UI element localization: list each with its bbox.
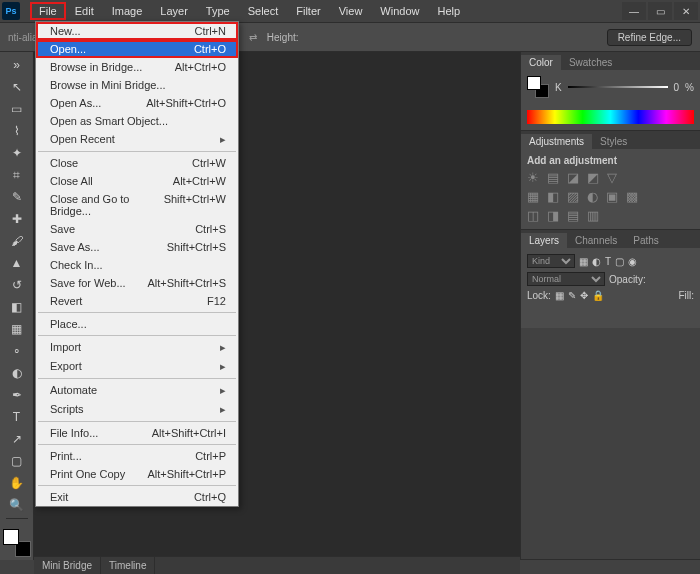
adj-icon[interactable]: ▨: [567, 189, 579, 204]
adj-icon[interactable]: ▤: [547, 170, 559, 185]
menu-file[interactable]: File: [30, 2, 66, 20]
adj-icon[interactable]: ◨: [547, 208, 559, 223]
crop-tool[interactable]: ⌗: [6, 166, 28, 184]
tab-color[interactable]: Color: [521, 55, 561, 70]
tab-adjustments[interactable]: Adjustments: [521, 134, 592, 149]
brush-tool[interactable]: 🖌: [6, 232, 28, 250]
menu-select[interactable]: Select: [239, 2, 288, 20]
menu-layer[interactable]: Layer: [151, 2, 197, 20]
menu-item-open-as-smart-object-[interactable]: Open as Smart Object...: [36, 112, 238, 130]
blend-mode[interactable]: Normal: [527, 272, 605, 286]
tab-channels[interactable]: Channels: [567, 233, 625, 248]
spectrum-bar[interactable]: [527, 110, 694, 124]
adj-icon[interactable]: ▥: [587, 208, 599, 223]
menu-item-automate[interactable]: Automate▸: [36, 381, 238, 400]
filter-icon[interactable]: ◉: [628, 256, 637, 267]
adj-icon[interactable]: ▦: [527, 189, 539, 204]
zoom-tool[interactable]: 🔍: [6, 496, 28, 514]
filter-icon[interactable]: T: [605, 256, 611, 267]
pen-tool[interactable]: ✒: [6, 386, 28, 404]
wand-tool[interactable]: ✦: [6, 144, 28, 162]
adj-icon[interactable]: ◧: [547, 189, 559, 204]
menu-item-browse-in-bridge-[interactable]: Browse in Bridge...Alt+Ctrl+O: [36, 58, 238, 76]
swatch-pair[interactable]: [527, 76, 549, 98]
dodge-tool[interactable]: ◐: [6, 364, 28, 382]
path-tool[interactable]: ↗: [6, 430, 28, 448]
menu-item-close-all[interactable]: Close AllAlt+Ctrl+W: [36, 172, 238, 190]
type-tool[interactable]: T: [6, 408, 28, 426]
menu-item-print-[interactable]: Print...Ctrl+P: [36, 447, 238, 465]
menu-item-place-[interactable]: Place...: [36, 315, 238, 333]
blur-tool[interactable]: ∘: [6, 342, 28, 360]
move-tool[interactable]: ↖: [6, 78, 28, 96]
menu-item-import[interactable]: Import▸: [36, 338, 238, 357]
kind-filter[interactable]: Kind: [527, 254, 575, 268]
menu-item-new-[interactable]: New...Ctrl+N: [36, 22, 238, 40]
menu-type[interactable]: Type: [197, 2, 239, 20]
adj-icon[interactable]: ☀: [527, 170, 539, 185]
menu-item-print-one-copy[interactable]: Print One CopyAlt+Shift+Ctrl+P: [36, 465, 238, 483]
filter-icon[interactable]: ▢: [615, 256, 624, 267]
foreground-color[interactable]: [3, 529, 19, 545]
menu-filter[interactable]: Filter: [287, 2, 329, 20]
menu-item-open-[interactable]: Open...Ctrl+O: [36, 40, 238, 58]
swap-icon[interactable]: ⇄: [249, 32, 257, 43]
adj-icon[interactable]: ◩: [587, 170, 599, 185]
lock-icon[interactable]: 🔒: [592, 290, 604, 301]
filter-icon[interactable]: ◐: [592, 256, 601, 267]
menu-item-close-and-go-to-bridge-[interactable]: Close and Go to Bridge...Shift+Ctrl+W: [36, 190, 238, 220]
menu-image[interactable]: Image: [103, 2, 152, 20]
filter-icon[interactable]: ▦: [579, 256, 588, 267]
maximize-button[interactable]: ▭: [648, 2, 672, 20]
menu-item-exit[interactable]: ExitCtrl+Q: [36, 488, 238, 506]
refine-edge-button[interactable]: Refine Edge...: [607, 29, 692, 46]
tab-minibridge[interactable]: Mini Bridge: [34, 557, 101, 574]
menu-help[interactable]: Help: [428, 2, 469, 20]
menu-item-open-recent[interactable]: Open Recent▸: [36, 130, 238, 149]
menu-window[interactable]: Window: [371, 2, 428, 20]
tab-paths[interactable]: Paths: [625, 233, 667, 248]
menu-edit[interactable]: Edit: [66, 2, 103, 20]
lasso-tool[interactable]: ⌇: [6, 122, 28, 140]
menu-item-save-for-web-[interactable]: Save for Web...Alt+Shift+Ctrl+S: [36, 274, 238, 292]
menu-item-revert[interactable]: RevertF12: [36, 292, 238, 310]
tab-swatches[interactable]: Swatches: [561, 55, 620, 70]
menu-item-scripts[interactable]: Scripts▸: [36, 400, 238, 419]
minimize-button[interactable]: —: [622, 2, 646, 20]
healing-tool[interactable]: ✚: [6, 210, 28, 228]
adj-icon[interactable]: ▩: [626, 189, 638, 204]
color-picker[interactable]: [3, 529, 31, 557]
hand-tool[interactable]: ✋: [6, 474, 28, 492]
k-slider[interactable]: [568, 86, 668, 88]
tab-styles[interactable]: Styles: [592, 134, 635, 149]
menu-item-check-in-[interactable]: Check In...: [36, 256, 238, 274]
eyedropper-tool[interactable]: ✎: [6, 188, 28, 206]
lock-icon[interactable]: ✎: [568, 290, 576, 301]
adj-icon[interactable]: ▤: [567, 208, 579, 223]
menu-item-save-as-[interactable]: Save As...Shift+Ctrl+S: [36, 238, 238, 256]
expand-icon[interactable]: »: [6, 56, 28, 74]
gradient-tool[interactable]: ▦: [6, 320, 28, 338]
shape-tool[interactable]: ▢: [6, 452, 28, 470]
adj-icon[interactable]: ◫: [527, 208, 539, 223]
menu-item-close[interactable]: CloseCtrl+W: [36, 154, 238, 172]
menu-item-save[interactable]: SaveCtrl+S: [36, 220, 238, 238]
history-brush-tool[interactable]: ↺: [6, 276, 28, 294]
stamp-tool[interactable]: ▲: [6, 254, 28, 272]
menu-item-file-info-[interactable]: File Info...Alt+Shift+Ctrl+I: [36, 424, 238, 442]
adj-icon[interactable]: ▽: [607, 170, 617, 185]
lock-icon[interactable]: ▦: [555, 290, 564, 301]
lock-icon[interactable]: ✥: [580, 290, 588, 301]
adj-icon[interactable]: ◐: [587, 189, 598, 204]
menu-item-browse-in-mini-bridge-[interactable]: Browse in Mini Bridge...: [36, 76, 238, 94]
tab-timeline[interactable]: Timeline: [101, 557, 155, 574]
tab-layers[interactable]: Layers: [521, 233, 567, 248]
close-button[interactable]: ✕: [674, 2, 698, 20]
menu-item-export[interactable]: Export▸: [36, 357, 238, 376]
menu-view[interactable]: View: [330, 2, 372, 20]
adj-icon[interactable]: ▣: [606, 189, 618, 204]
eraser-tool[interactable]: ◧: [6, 298, 28, 316]
marquee-tool[interactable]: ▭: [6, 100, 28, 118]
adj-icon[interactable]: ◪: [567, 170, 579, 185]
menu-item-open-as-[interactable]: Open As...Alt+Shift+Ctrl+O: [36, 94, 238, 112]
